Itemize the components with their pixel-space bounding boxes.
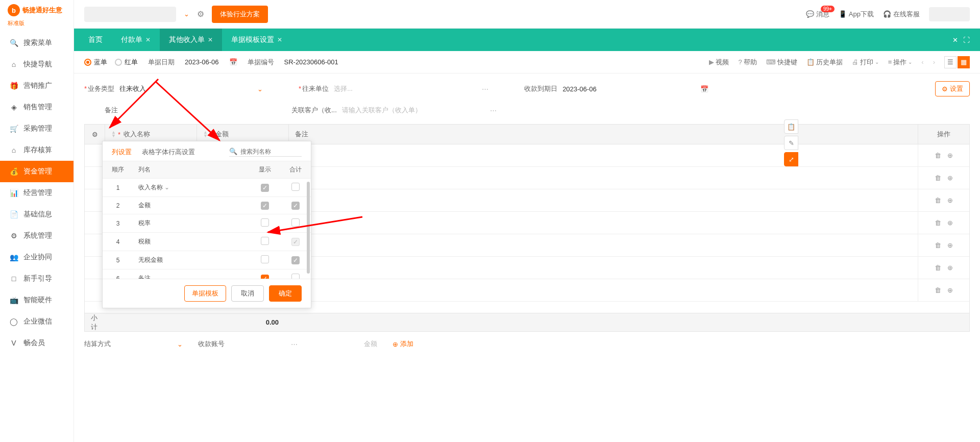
toolbar-link[interactable]: 📋历史单据	[806, 58, 843, 67]
copy-icon[interactable]: ⊕	[947, 286, 953, 294]
view-grid-icon[interactable]: ▦	[958, 56, 970, 68]
settle-label: 结算方式	[84, 339, 111, 349]
calendar-icon[interactable]: 📅	[229, 58, 237, 66]
form-row-1: *业务类型 往来收入 ⌄ *往来单位 ⋯ 收款到期日 2023-06-06 📅 …	[74, 73, 980, 104]
org-selector[interactable]	[84, 7, 176, 22]
tab[interactable]: 其他收入单✕	[160, 29, 222, 51]
sidebar-item-label: 智能硬件	[23, 296, 52, 305]
rail-expand-icon[interactable]: ⤢	[784, 152, 798, 166]
add-button[interactable]: ⊕添加	[393, 339, 413, 349]
toolbar-link[interactable]: ⌨快捷键	[766, 58, 797, 67]
close-icon[interactable]: ✕	[145, 36, 151, 43]
copy-icon[interactable]: ⊕	[947, 241, 953, 249]
online-service-link[interactable]: 🎧在线客服	[883, 10, 920, 19]
nav-prev-icon[interactable]: ‹	[921, 58, 923, 66]
tab[interactable]: 付款单✕	[112, 29, 160, 51]
checkbox-icon[interactable]	[291, 218, 300, 227]
cancel-button[interactable]: 取消	[231, 285, 264, 302]
sidebar-item-gift[interactable]: 🎁营销推广	[0, 75, 74, 96]
chevron-down-icon[interactable]: ⌄	[177, 340, 183, 348]
try-industry-button[interactable]: 体验行业方案	[212, 6, 268, 23]
checkbox-icon[interactable]	[291, 183, 300, 191]
view-list-icon[interactable]: ☰	[944, 56, 957, 68]
sidebar-item-sys[interactable]: ⚙系统管理	[0, 225, 74, 247]
tabs-bar: 首页付款单✕其他收入单✕单据模板设置✕ ✕ ⛶	[74, 29, 980, 51]
user-avatar[interactable]	[929, 7, 970, 21]
copy-icon[interactable]: ⊕	[947, 197, 953, 204]
settings-button[interactable]: ⚙设置	[935, 81, 970, 96]
fullscreen-icon[interactable]: ⛶	[963, 36, 970, 44]
sidebar-item-new[interactable]: □新手引导	[0, 268, 74, 289]
delete-icon[interactable]: 🗑	[935, 219, 941, 227]
checkbox-icon[interactable]	[291, 274, 300, 279]
sidebar-item-stock[interactable]: ⌂库存核算	[0, 139, 74, 161]
chevron-down-icon[interactable]: ⌄	[257, 85, 263, 93]
scrollbar[interactable]	[307, 182, 310, 274]
checkbox-icon[interactable]: ✓	[261, 275, 269, 279]
rail-edit-icon[interactable]: ✎	[784, 136, 798, 150]
sidebar-item-badge[interactable]: ◈销售管理	[0, 96, 74, 118]
tab[interactable]: 单据模板设置✕	[222, 29, 291, 51]
tabs-actions: ✕ ⛶	[952, 36, 975, 44]
sidebar-item-doc[interactable]: 📄基础信息	[0, 204, 74, 225]
sidebar-item-money[interactable]: 💰资金管理	[0, 161, 74, 182]
checkbox-icon[interactable]	[261, 255, 269, 263]
radio-red[interactable]: 红单	[115, 58, 138, 67]
copy-icon[interactable]: ⊕	[947, 219, 953, 227]
messages-link[interactable]: 💬 消息 99+	[806, 10, 829, 19]
unit-input[interactable]	[334, 83, 477, 95]
customer-input[interactable]	[342, 104, 485, 116]
checkbox-icon[interactable]	[261, 237, 269, 245]
close-all-icon[interactable]: ✕	[952, 36, 958, 44]
sidebar-item-cart[interactable]: 🛒采购管理	[0, 118, 74, 139]
toolbar-link[interactable]: 🖨打印⌄	[852, 58, 879, 67]
sidebar-item-search[interactable]: 🔍搜索菜单	[0, 32, 74, 54]
delete-icon[interactable]: 🗑	[935, 286, 941, 294]
gear-icon[interactable]: ⚙	[197, 9, 204, 19]
chevron-down-icon[interactable]: ⌄	[184, 10, 189, 18]
sidebar-item-home[interactable]: ⌂快捷导航	[0, 54, 74, 75]
checkbox-icon[interactable]: ✓	[261, 202, 269, 210]
team-icon: 👥	[9, 253, 18, 262]
radio-blue[interactable]: 蓝单	[84, 58, 107, 67]
more-icon[interactable]: ⋯	[482, 85, 488, 93]
toolbar-link[interactable]: ?帮助	[738, 58, 756, 67]
delete-icon[interactable]: 🗑	[935, 152, 941, 159]
checkbox-icon[interactable]: ✓	[291, 202, 300, 210]
copy-icon[interactable]: ⊕	[947, 152, 953, 159]
app-download-link[interactable]: 📱App下载	[839, 10, 874, 19]
close-icon[interactable]: ✕	[208, 36, 213, 43]
delete-icon[interactable]: 🗑	[935, 264, 941, 272]
vip-icon: V	[9, 338, 18, 348]
delete-icon[interactable]: 🗑	[935, 241, 941, 249]
toolbar-link[interactable]: ≡操作⌄	[888, 58, 913, 67]
checkbox-icon[interactable]	[261, 218, 269, 227]
popup-tab-columns[interactable]: 列设置	[112, 148, 132, 157]
sidebar-item-vip[interactable]: V畅会员	[0, 332, 74, 354]
template-button[interactable]: 单据模板	[184, 285, 226, 302]
popup-search-input[interactable]	[240, 148, 302, 155]
sidebar-item-team[interactable]: 👥企业协同	[0, 247, 74, 268]
checkbox-icon[interactable]: ✓	[261, 184, 269, 192]
tab[interactable]: 首页	[79, 29, 112, 51]
rail-note-icon[interactable]: 📋	[784, 119, 798, 134]
popup-tab-font[interactable]: 表格字体行高设置	[142, 148, 195, 157]
remark-input[interactable]	[123, 104, 266, 116]
calendar-icon[interactable]: 📅	[700, 85, 708, 93]
nav-next-icon[interactable]: ›	[933, 58, 935, 66]
toolbar-link[interactable]: ▶视频	[709, 58, 729, 67]
more-icon[interactable]: ⋯	[490, 107, 497, 114]
sidebar-item-hw[interactable]: 📺智能硬件	[0, 289, 74, 311]
ok-button[interactable]: 确定	[269, 285, 302, 302]
checkbox-icon[interactable]: ✓	[291, 256, 300, 264]
delete-icon[interactable]: 🗑	[935, 197, 941, 204]
sidebar-item-chart[interactable]: 📊经营管理	[0, 182, 74, 204]
biz-type-value[interactable]: 往来收入	[119, 84, 252, 93]
close-icon[interactable]: ✕	[277, 36, 282, 43]
more-icon[interactable]: ⋯	[291, 340, 298, 348]
copy-icon[interactable]: ⊕	[947, 174, 953, 182]
delete-icon[interactable]: 🗑	[935, 174, 941, 182]
sidebar: b 畅捷通好生意 标准版 🔍搜索菜单⌂快捷导航🎁营销推广◈销售管理🛒采购管理⌂库…	[0, 0, 74, 442]
sidebar-item-wechat[interactable]: ◯企业微信	[0, 311, 74, 332]
copy-icon[interactable]: ⊕	[947, 264, 953, 272]
